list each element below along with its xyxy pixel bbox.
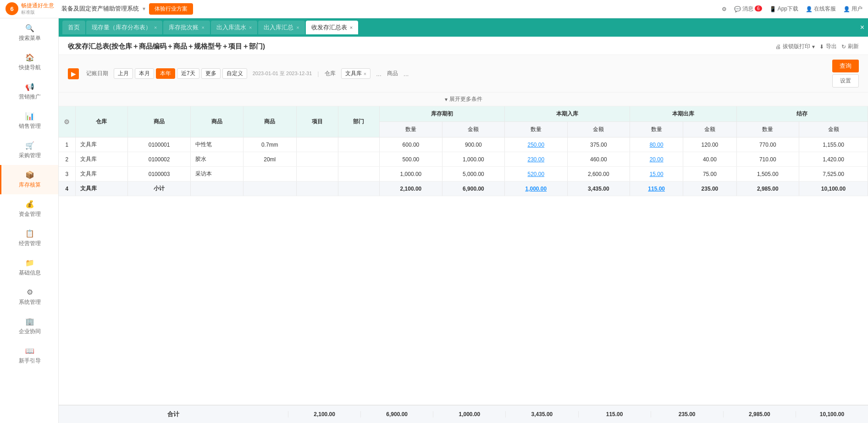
- table-header-group: ⚙ 仓库 商品 商品 商品 项目 部门 库存期初 本期入库 本期出库: [59, 106, 868, 122]
- row3-project: [296, 167, 338, 181]
- column-settings-icon[interactable]: ⚙: [64, 118, 70, 126]
- sidebar-item-purchase[interactable]: 🛒 采购管理: [0, 136, 58, 165]
- refresh-icon: ↻: [841, 44, 846, 50]
- subtotal-num: 4: [59, 181, 75, 196]
- sidebar-item-guide[interactable]: 📖 新手引导: [0, 341, 58, 370]
- sidebar-label-purchase: 采购管理: [19, 152, 41, 159]
- footer-balance-amt: 10,100.00: [796, 411, 868, 418]
- sidebar-item-finance[interactable]: 💰 资金管理: [0, 194, 58, 224]
- th-department: 部门: [338, 106, 380, 137]
- online-service-item[interactable]: 👤 在线客服: [806, 5, 836, 13]
- tab-recv-send-close[interactable]: ×: [350, 25, 353, 30]
- dropdown-icon[interactable]: ▾: [143, 5, 145, 12]
- warehouse-tag[interactable]: 文具库 ×: [341, 68, 370, 79]
- tab-inout-flow[interactable]: 出入库流水 ×: [211, 21, 257, 34]
- filter-toggle[interactable]: ▶: [68, 68, 79, 79]
- warehouse-tag-close[interactable]: ×: [364, 71, 366, 77]
- sidebar-label-operations: 经营管理: [19, 240, 41, 247]
- export-btn[interactable]: ⬇ 导出: [819, 43, 837, 50]
- user-item[interactable]: 👤 用户: [843, 5, 862, 13]
- settings-item[interactable]: ⚙: [722, 6, 727, 12]
- row3-out-amt: 75.00: [683, 167, 736, 181]
- goods-more[interactable]: ...: [404, 70, 409, 77]
- row2-out-qty[interactable]: 20.00: [630, 152, 683, 167]
- base-info-icon: 📁: [25, 258, 34, 267]
- sidebar-item-sales[interactable]: 📊 销售管理: [0, 106, 58, 136]
- subtotal-empty3: [296, 181, 338, 196]
- subtotal-in-amt: 3,435.00: [567, 181, 630, 196]
- table-footer: 合计 2,100.00 6,900.00 1,000.00 3,435.00 1…: [59, 405, 868, 423]
- subtotal-out-amt: 235.00: [683, 181, 736, 196]
- date-btn-custom[interactable]: 自定义: [222, 68, 247, 79]
- sidebar-label-marketing: 营销推广: [19, 93, 41, 101]
- print-btn[interactable]: 🖨 拔锁版打印 ▾: [775, 43, 815, 50]
- th-balance-amt: 金额: [799, 122, 868, 137]
- subtotal-out-qty[interactable]: 115.00: [630, 181, 683, 196]
- tab-batch-label: 库存批次账: [169, 23, 199, 32]
- footer-in-amt: 3,435.00: [505, 411, 578, 418]
- refresh-btn[interactable]: ↻ 刷新: [841, 43, 859, 50]
- row1-out-amt: 120.00: [683, 137, 736, 152]
- date-label: 记账日期: [86, 70, 108, 77]
- user-icon: 👤: [843, 6, 850, 12]
- row3-balance-amt: 7,525.00: [799, 167, 868, 181]
- app-download-item[interactable]: 📱 App下载: [769, 5, 798, 13]
- row1-in-qty[interactable]: 250.00: [505, 137, 567, 152]
- tab-inout-summary-close[interactable]: ×: [296, 25, 299, 30]
- page-title: 收发存汇总表(按仓库＋商品编码＋商品＋规格型号＋项目＋部门): [68, 42, 265, 51]
- tab-stock-dist-label: 现存量（库存分布表）: [92, 23, 151, 32]
- date-btn-this-year[interactable]: 本年: [156, 68, 175, 79]
- trial-btn[interactable]: 体验行业方案: [149, 3, 193, 15]
- row1-opening-qty: 600.00: [380, 137, 442, 152]
- sidebar-item-marketing[interactable]: 📢 营销推广: [0, 77, 58, 106]
- export-icon: ⬇: [819, 44, 824, 50]
- warehouse-label: 仓库: [325, 70, 336, 77]
- sidebar-item-system[interactable]: ⚙ 系统管理: [0, 282, 58, 312]
- expand-conditions-btn[interactable]: ▾ 展开更多条件: [445, 95, 482, 103]
- sidebar-item-inventory[interactable]: 📦 库存核算: [0, 165, 58, 194]
- row2-goods-name: 胶水: [190, 152, 243, 167]
- tab-stock-dist-close[interactable]: ×: [154, 25, 157, 30]
- messages-item[interactable]: 💬 消息 6: [734, 5, 762, 13]
- sidebar-item-quick-nav[interactable]: 🏠 快捷导航: [0, 48, 58, 77]
- table-row: 3 文具库 0100003 采访本 1,000.00 5,000.00 520.…: [59, 167, 868, 181]
- date-btns: 上月 本月 本年 近7天 更多 自定义: [114, 68, 247, 79]
- row2-in-qty[interactable]: 230.00: [505, 152, 567, 167]
- tab-inout-summary[interactable]: 出入库汇总 ×: [258, 21, 304, 34]
- print-icon: 🖨: [775, 44, 781, 50]
- tab-batch[interactable]: 库存批次账 ×: [163, 21, 210, 34]
- warehouse-more[interactable]: ...: [376, 70, 381, 77]
- row1-out-qty[interactable]: 80.00: [630, 137, 683, 152]
- sidebar-item-base-info[interactable]: 📁 基础信息: [0, 253, 58, 282]
- query-btn[interactable]: 查询: [832, 60, 859, 72]
- row1-balance-qty: 770.00: [736, 137, 799, 152]
- date-btn-more[interactable]: 更多: [201, 68, 221, 79]
- row2-balance-qty: 710.00: [736, 152, 799, 167]
- settings-filter-btn[interactable]: 设置: [832, 74, 859, 88]
- sidebar-label-search: 搜索菜单: [19, 34, 41, 42]
- row3-goods-spec: [243, 167, 296, 181]
- sidebar-item-operations[interactable]: 📋 经营管理: [0, 224, 58, 253]
- date-btn-this-month[interactable]: 本月: [135, 68, 154, 79]
- goods-label: 商品: [387, 70, 398, 77]
- subtotal-in-qty[interactable]: 1,000.00: [505, 181, 567, 196]
- filter-row: 记账日期 上月 本月 本年 近7天 更多 自定义 2023-01-01 至 20…: [86, 68, 825, 79]
- date-btn-prev-month[interactable]: 上月: [114, 68, 133, 79]
- sidebar-label-quick-nav: 快捷导航: [19, 64, 41, 71]
- tab-recv-send[interactable]: 收发存汇总表 ×: [306, 21, 358, 34]
- sidebar-item-enterprise[interactable]: 🏢 企业协同: [0, 312, 58, 341]
- sidebar-item-search[interactable]: 🔍 搜索菜单: [0, 18, 58, 48]
- tab-bar-close[interactable]: ×: [860, 23, 864, 32]
- th-balance-group: 结存: [736, 106, 868, 122]
- system-title: 装备及固定资产辅助管理系统: [61, 5, 139, 13]
- tab-stock-dist[interactable]: 现存量（库存分布表） ×: [86, 21, 162, 34]
- tab-inout-flow-close[interactable]: ×: [249, 25, 252, 30]
- row3-in-qty[interactable]: 520.00: [505, 167, 567, 181]
- subtotal-empty4: [338, 181, 380, 196]
- row2-goods-code: 0100002: [128, 152, 190, 167]
- date-btn-7days[interactable]: 近7天: [177, 68, 199, 79]
- tab-batch-close[interactable]: ×: [201, 25, 204, 30]
- sidebar-label-enterprise: 企业协同: [19, 328, 41, 335]
- row3-out-qty[interactable]: 15.00: [630, 167, 683, 181]
- tab-home[interactable]: 首页: [62, 21, 85, 34]
